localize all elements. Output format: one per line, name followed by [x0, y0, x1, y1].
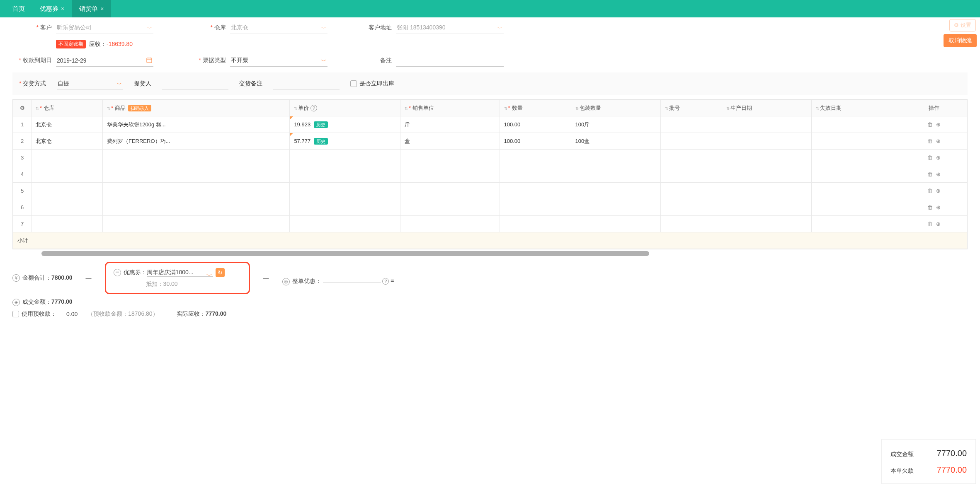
delete-icon[interactable]: 🗑: [927, 188, 933, 194]
total-value: 7800.00: [51, 274, 73, 281]
deal-label: 成交金额：: [22, 298, 51, 305]
deliver-mode-label: 交货方式: [19, 80, 46, 87]
tab-sales[interactable]: 销货单×: [72, 0, 111, 17]
coupon-icon: ☰: [114, 269, 121, 276]
table-row[interactable]: 2北京仓费列罗（FERRERO）巧...57.777 历史盒100.00100盒…: [13, 133, 967, 150]
col-unit[interactable]: ⇅销售单位: [400, 100, 500, 116]
help-icon[interactable]: ?: [310, 105, 317, 111]
add-icon[interactable]: ⊕: [936, 204, 941, 210]
chevron-down-icon: ﹀: [321, 25, 327, 32]
use-prepaid-checkbox[interactable]: 使用预收款：: [12, 310, 56, 318]
add-icon[interactable]: ⊕: [936, 171, 941, 177]
addr-label: 客户地址: [352, 24, 396, 31]
deliver-mode-input[interactable]: 自提﹀: [57, 77, 123, 90]
col-qty[interactable]: ⇅数量: [500, 100, 571, 116]
col-batch[interactable]: ⇅批号: [660, 100, 722, 116]
deal-icon: ◈: [12, 299, 20, 306]
bill-type-input[interactable]: 不开票﹀: [230, 54, 327, 67]
chevron-down-icon: ﹀: [497, 25, 503, 32]
horizontal-scrollbar[interactable]: [41, 251, 649, 256]
delete-icon[interactable]: 🗑: [927, 155, 933, 161]
coupon-highlight-box: ☰ 优惠券： 周年店庆满1000...﹀ ↻ 抵扣：30.00: [105, 262, 250, 294]
prepaid-balance: （预收款金额：18706.80）: [87, 310, 158, 318]
delete-icon[interactable]: 🗑: [927, 121, 933, 128]
col-price[interactable]: ⇅单价 ?: [290, 100, 400, 116]
picker-label: 提货人: [134, 80, 151, 87]
refresh-icon[interactable]: ↻: [216, 268, 225, 277]
chevron-down-icon: ﹀: [147, 25, 153, 32]
chevron-down-icon: ﹀: [321, 58, 327, 65]
table-row[interactable]: 5🗑⊕: [13, 183, 967, 199]
close-icon[interactable]: ×: [61, 5, 64, 12]
remark-input[interactable]: [396, 54, 504, 67]
table-row[interactable]: 7🗑⊕: [13, 216, 967, 232]
currency-icon: ¥: [12, 274, 20, 282]
due-date-label: 收款到期日: [12, 57, 56, 64]
bill-type-label: 票据类型: [187, 57, 230, 64]
table-row[interactable]: 4🗑⊕: [13, 166, 967, 183]
close-icon[interactable]: ×: [100, 5, 104, 12]
add-icon[interactable]: ⊕: [936, 155, 941, 161]
col-exp[interactable]: ⇅失效日期: [812, 100, 901, 116]
help-icon[interactable]: ?: [382, 278, 389, 285]
add-icon[interactable]: ⊕: [936, 188, 941, 194]
table-row[interactable]: 1北京仓华美华夫软饼1200g 糕...19.923 历史斤100.00100斤…: [13, 116, 967, 133]
total-label: 金额合计：: [22, 274, 51, 281]
col-product[interactable]: ⇅商品扫码录入: [102, 100, 289, 116]
tab-home[interactable]: 首页: [5, 0, 32, 17]
header-tabs: 首页 优惠券× 销货单×: [0, 0, 980, 17]
table-row[interactable]: 3🗑⊕: [13, 150, 967, 166]
warehouse-label: 仓库: [187, 24, 230, 31]
add-icon[interactable]: ⊕: [936, 121, 941, 128]
delete-icon[interactable]: 🗑: [927, 138, 933, 144]
due-date-input[interactable]: 2019-12-29: [56, 54, 153, 67]
calendar-icon: [146, 57, 153, 63]
warehouse-input[interactable]: 北京仓﹀: [230, 22, 327, 34]
actual-label: 实际应收：: [177, 310, 206, 317]
order-discount-label: 整单优惠：: [292, 278, 321, 284]
actual-value: 7770.00: [206, 310, 227, 317]
products-table: ⚙ ⇅仓库 ⇅商品扫码录入 ⇅单价 ? ⇅销售单位 ⇅数量 ⇅包装数量 ⇅批号 …: [13, 99, 967, 249]
prepaid-value: 0.00: [66, 311, 78, 317]
coupon-select[interactable]: 周年店庆满1000...﹀: [147, 269, 213, 277]
svg-rect-0: [147, 58, 152, 63]
deliver-remark-input[interactable]: [273, 77, 340, 90]
delete-icon[interactable]: 🗑: [927, 221, 933, 227]
customer-input[interactable]: 昕乐贸易公司﹀: [56, 22, 153, 34]
coupon-label: 优惠券：: [124, 269, 147, 276]
discount-icon: ◎: [282, 278, 290, 285]
chevron-down-icon: ﹀: [116, 81, 122, 88]
add-icon[interactable]: ⊕: [936, 138, 941, 144]
addr-input[interactable]: 张阳 18513400390﹀: [396, 22, 504, 34]
col-mfg[interactable]: ⇅生产日期: [722, 100, 811, 116]
delete-icon[interactable]: 🗑: [927, 171, 933, 177]
subtotal-row: 小计: [13, 232, 967, 249]
deduct-text: 抵扣：30.00: [146, 280, 241, 288]
table-row[interactable]: 6🗑⊕: [13, 199, 967, 216]
delete-icon[interactable]: 🗑: [927, 204, 933, 210]
settings-column[interactable]: ⚙: [13, 100, 32, 116]
picker-input[interactable]: [162, 77, 228, 90]
customer-label: 客户: [12, 24, 56, 31]
deliver-bar: 交货方式 自提﹀ 提货人 交货备注 是否立即出库: [12, 72, 968, 95]
add-icon[interactable]: ⊕: [936, 221, 941, 227]
deal-value: 7770.00: [51, 298, 73, 305]
period-badge: 不固定账期: [56, 40, 86, 48]
tab-coupon[interactable]: 优惠券×: [32, 0, 72, 17]
receivable-text: 应收：-18639.80: [89, 41, 133, 48]
col-op: 操作: [901, 100, 967, 116]
chevron-down-icon: ﹀: [206, 272, 212, 280]
order-discount-input[interactable]: [323, 271, 381, 283]
deliver-remark-label: 交货备注: [239, 80, 262, 87]
immediate-checkbox[interactable]: 是否立即出库: [350, 80, 394, 87]
cancel-logistics-button[interactable]: 取消物流: [944, 34, 977, 47]
settings-button[interactable]: ⚙ 设置: [949, 19, 976, 31]
scan-button[interactable]: 扫码录入: [128, 105, 151, 111]
col-pkg[interactable]: ⇅包装数量: [571, 100, 660, 116]
remark-label: 备注: [352, 57, 396, 64]
col-warehouse[interactable]: ⇅仓库: [32, 100, 103, 116]
